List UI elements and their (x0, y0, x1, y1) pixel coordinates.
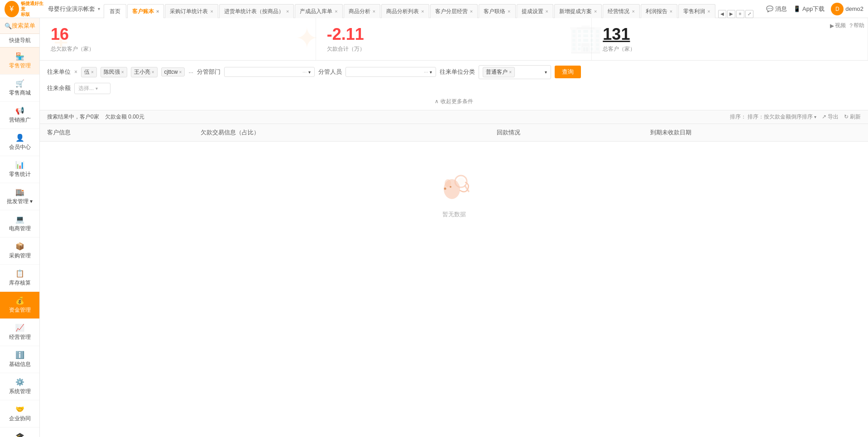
sidebar-item-newbie-guide[interactable]: 🎓 新手引导 (0, 428, 39, 437)
query-button[interactable]: 查询 (555, 66, 581, 78)
tab-profit-report[interactable]: 利润报告 × (641, 4, 677, 18)
unit-filter-close-all[interactable]: × (74, 69, 77, 75)
tab-purchase-stats-by-product[interactable]: 进货单统计表（按商品） × (219, 4, 294, 18)
empty-area: 暂无数据 (40, 142, 868, 246)
tab-home[interactable]: 首页 (104, 4, 126, 18)
collapse-bar[interactable]: ∧ 收起更多条件 (47, 98, 861, 105)
classify-filter[interactable]: 普通客户 × (479, 65, 551, 79)
sidebar-item-retail-mall[interactable]: 🛒 零售商城 (0, 75, 39, 102)
tag-close-cjttcw[interactable]: × (179, 70, 182, 75)
col-repayment-status: 回款情况 (489, 124, 643, 142)
person-filter-select[interactable]: ··· (345, 67, 436, 77)
sidebar-search[interactable]: 🔍 搜索菜单 (0, 18, 39, 34)
sidebar: 🔍 搜索菜单 快捷导航 🏪 零售管理 🛒 零售商城 📢 营销推广 👤 会员中心 … (0, 18, 40, 437)
sidebar-item-label: 基础信息 (9, 361, 31, 368)
sidebar-item-system-mgmt[interactable]: ⚙️ 系统管理 (0, 373, 39, 400)
tab-customer-segment[interactable]: 客户分层经营 × (430, 4, 478, 18)
sidebar-item-ecommerce-mgmt[interactable]: 💻 电商管理 (0, 210, 39, 238)
sidebar-item-marketing[interactable]: 📢 营销推广 (0, 102, 39, 129)
result-info: 搜索结果中，客户0家 欠款金额 0.00元 (47, 113, 144, 121)
tag-close-chen[interactable]: × (121, 70, 124, 75)
table-header-row: 客户信息 欠款交易信息（占比） 回款情况 到期未收款日期 (40, 124, 868, 142)
sidebar-item-purchase-mgmt[interactable]: 📦 采购管理 (0, 238, 39, 265)
person-filter-more[interactable]: ··· (424, 69, 428, 75)
sidebar-item-enterprise-collab[interactable]: 🤝 企业协同 (0, 400, 39, 428)
top-bar: ¥ 畅捷通好生意 标版 母婴行业演示帐套 ▾ 首页 客户账本 × 采购订单统计表… (0, 0, 868, 18)
quicknav-label: 快捷导航 (9, 37, 31, 44)
tab-menu-button[interactable]: ≡ (736, 10, 744, 18)
col-customer-info: 客户信息 (40, 124, 193, 142)
tab-product-instock[interactable]: 产成品入库单 × (295, 4, 342, 18)
tag-close-wu[interactable]: × (91, 70, 94, 75)
tab-close-retail-profit[interactable]: × (707, 9, 710, 14)
tab-close-purchase-stats[interactable]: × (286, 9, 289, 14)
dept-filter-more[interactable]: ··· (302, 69, 307, 75)
tab-close-product-analysis[interactable]: × (373, 9, 375, 14)
filter-more-tags[interactable]: ··· (188, 69, 193, 76)
workspace-selector[interactable]: 母婴行业演示帐套 (48, 5, 95, 13)
help-link[interactable]: ? 帮助 (849, 22, 864, 29)
tab-close-product-instock[interactable]: × (335, 9, 337, 14)
filter-bar: 往来单位 × 伍 × 陈民强 × 王小亮 × cjttcw × (40, 61, 868, 110)
tab-next-button[interactable]: ▶ (727, 10, 735, 18)
tab-product-analysis-list[interactable]: 商品分析列表 × (381, 4, 429, 18)
sidebar-item-retail-stats[interactable]: 📊 零售统计 (0, 156, 39, 183)
tab-customer-contact[interactable]: 客户联络 × (479, 4, 515, 18)
tab-expand-button[interactable]: ⤢ (745, 10, 753, 18)
col-debit-transaction: 欠款交易信息（占比） (193, 124, 489, 142)
user-menu[interactable]: D demo2 (831, 3, 863, 15)
tab-close-new-promotion-plan[interactable]: × (594, 9, 597, 14)
tag-close-wang[interactable]: × (152, 70, 154, 75)
sidebar-item-wholesale-mgmt[interactable]: 🏬 批发管理 ▾ (0, 183, 39, 210)
filter-tag-wang[interactable]: 王小亮 × (131, 67, 158, 77)
basic-info-icon: ℹ️ (15, 351, 24, 359)
sidebar-item-inventory-check[interactable]: 📋 库存核算 (0, 265, 39, 292)
dept-filter-select[interactable]: ··· (224, 67, 315, 77)
sort-select[interactable]: 排序： 排序：按欠款金额倒序排序 (730, 113, 816, 121)
newbie-icon: 🎓 (15, 432, 24, 437)
operation-icon: 📈 (15, 323, 24, 332)
tab-promotion-settings[interactable]: 提成设置 × (517, 4, 553, 18)
balance-filter-input[interactable]: 选择... (74, 83, 110, 94)
tab-bar: 首页 客户账本 × 采购订单统计表 × 进货单统计表（按商品） × 产成品入库单… (104, 0, 766, 18)
tab-retail-profit[interactable]: 零售利润 × (678, 4, 715, 18)
tab-product-analysis[interactable]: 商品分析 × (344, 4, 380, 18)
tab-prev-button[interactable]: ◀ (718, 10, 726, 18)
tab-close-profit-report[interactable]: × (670, 9, 672, 14)
export-button[interactable]: ↗ 导出 (822, 113, 839, 121)
messages-button[interactable]: 💬 消息 (766, 5, 787, 13)
tab-close-customer-segment[interactable]: × (470, 9, 473, 14)
tab-accounts-receivable[interactable]: 客户账本 × (127, 4, 164, 18)
system-icon: ⚙️ (15, 378, 24, 386)
stat-label-debit-amount: 欠款合计（万） (327, 45, 581, 53)
workspace-dropdown-icon[interactable]: ▾ (98, 6, 100, 11)
tab-close-accounts-receivable[interactable]: × (156, 9, 159, 14)
tab-close-customer-contact[interactable]: × (508, 9, 510, 14)
tab-close-business-status[interactable]: × (632, 9, 634, 14)
tab-business-status[interactable]: 经营情况 × (603, 4, 639, 18)
sidebar-item-retail-mgmt[interactable]: 🏪 零售管理 (0, 48, 39, 75)
filter-tag-wu[interactable]: 伍 × (81, 67, 97, 77)
sidebar-item-capital-mgmt[interactable]: 💰 资金管理 (0, 292, 39, 319)
classify-tag-close[interactable]: × (509, 70, 512, 75)
video-link[interactable]: ▶ 视频 (830, 22, 846, 29)
sidebar-item-basic-info[interactable]: ℹ️ 基础信息 (0, 346, 39, 373)
filter-tag-chen[interactable]: 陈民强 × (101, 67, 127, 77)
filter-tag-cjttcw[interactable]: cjttcw × (161, 67, 185, 76)
sidebar-item-label: 会员中心 (9, 143, 31, 151)
app-download-button[interactable]: 📱 App下载 (793, 5, 825, 13)
content-area: ¥ 16 总欠款客户（家） ✦ -2.11 欠款合计（万） 🏢 131 (40, 18, 868, 437)
sidebar-item-operation-mgmt[interactable]: 📈 经营管理 (0, 319, 39, 346)
stat-label-debit-customers: 总欠款客户（家） (51, 45, 305, 53)
tab-close-product-analysis-list[interactable]: × (421, 9, 424, 14)
logo-area: ¥ 畅捷通好生意 标版 (5, 1, 44, 17)
refresh-button[interactable]: ↻ 刷新 (844, 113, 861, 121)
stat-block-debit-amount: -2.11 欠款合计（万） (316, 18, 592, 60)
tab-close-purchase-order[interactable]: × (210, 9, 213, 14)
tab-close-promotion-settings[interactable]: × (546, 9, 548, 14)
tab-new-promotion-plan[interactable]: 新增提成方案 × (554, 4, 602, 18)
sidebar-quicknav[interactable]: 快捷导航 (0, 34, 39, 48)
tab-purchase-order-stats[interactable]: 采购订单统计表 × (165, 4, 218, 18)
classify-tag-normal[interactable]: 普通客户 × (483, 67, 515, 77)
sidebar-item-member-center[interactable]: 👤 会员中心 (0, 129, 39, 156)
